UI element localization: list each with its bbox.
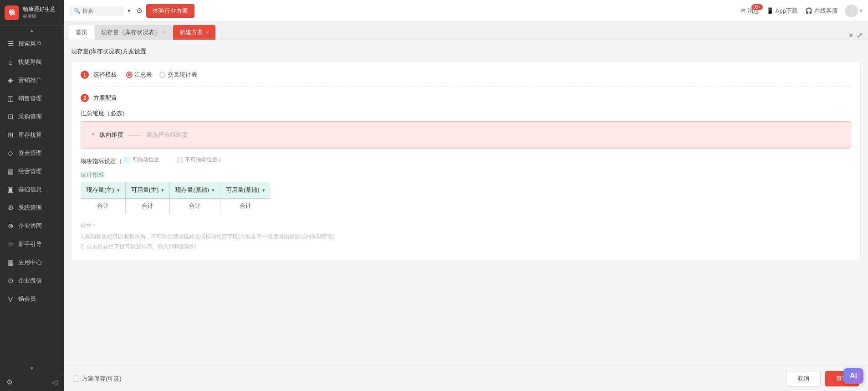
sidebar-logo: 畅 畅康通好生意 标准版 [0,0,64,26]
td-total-3: 合计 [170,198,220,214]
step1-row: 1 选择模板 汇总表 交叉统计表 [81,71,851,79]
radio-cross-dot [159,72,166,78]
dim-label: 纵向维度 [100,131,123,139]
sidebar-item-inventory[interactable]: ⊞ 库存核算 [0,126,64,144]
money-icon: ◇ [6,149,15,157]
trial-button[interactable]: 体验行业方案 [146,4,194,18]
expand-window-icon[interactable]: ⤢ [857,31,863,40]
indicator-label: 模板指标设定（ 可拖动位置 不可拖动位置） [81,156,851,165]
sidebar-footer: ⚙ ◁ [0,373,64,391]
content-area: 现存量(库存状况表)方案设置 1 选择模板 汇总表 交叉统计表 [64,40,868,365]
template-radio-group: 汇总表 交叉统计表 [126,71,197,79]
fixed-icon [177,157,183,163]
tab-close-new-plan[interactable]: × [206,30,209,35]
sidebar-item-operations[interactable]: ▤ 经营管理 [0,162,64,180]
chevron-down-icon: ▾ [212,187,214,193]
chevron-down-icon: ▾ [161,187,164,193]
th-current-aux[interactable]: 现存量(基辅) ▾ [170,182,220,198]
sidebar-scroll-up[interactable]: ▲ [0,26,64,35]
sidebar-item-base-info[interactable]: ▣ 基础信息 [0,180,64,199]
sound-icon[interactable]: ◁ [52,378,57,386]
main-area: 🔍 ▾ ⚙ 体验行业方案 ✉ 消息 99+ 📱 App下载 🎧 在线客服 [64,0,868,391]
logo-icon: 畅 [5,5,19,20]
settings-icon-topbar[interactable]: ⚙ [136,6,143,15]
checkbox-icon[interactable] [73,376,79,382]
movable-icon [124,157,130,163]
sidebar-item-finance[interactable]: ◇ 资金管理 [0,144,64,162]
sidebar-item-system[interactable]: ⚙ 系统管理 [0,199,64,217]
indicator-legend: 可拖动位置 不可拖动位置） [124,156,224,164]
step1-badge: 1 [81,71,89,79]
wechat-icon: ⊙ [6,277,15,285]
stats-table: 现存量(主) ▾ 可用量(主) ▾ [81,182,271,214]
tab-new-plan[interactable]: 新建方案 × [173,25,215,40]
sidebar-item-enterprise[interactable]: ⊗ 企业协同 [0,217,64,235]
th-current-main[interactable]: 现存量(主) ▾ [81,182,126,198]
sidebar-item-member[interactable]: V 畅会员 [0,290,64,308]
radio-summary[interactable]: 汇总表 [126,71,152,79]
online-service-button[interactable]: 🎧 在线客服 [805,7,838,15]
th-available-main[interactable]: 可用量(主) ▾ [125,182,170,198]
sidebar-item-guide[interactable]: ☆ 新手引导 [0,235,64,253]
legend-fixed: 不可拖动位置） [177,156,223,164]
avatar-image [845,5,858,17]
app-download-button[interactable]: 📱 App下载 [766,7,798,15]
sidebar-item-sales[interactable]: ◫ 销售管理 [0,89,64,108]
sidebar-item-marketing[interactable]: ◈ 营销推广 [0,71,64,89]
ai-button[interactable]: Ai [843,368,863,384]
topbar-right: ✉ 消息 99+ 📱 App下载 🎧 在线客服 ▾ [740,5,863,17]
required-star: * [92,132,94,139]
search-input[interactable] [82,8,119,14]
topbar: 🔍 ▾ ⚙ 体验行业方案 ✉ 消息 99+ 📱 App下载 🎧 在线客服 [64,0,868,22]
bottom-bar: 方案保存(可选) 取消 查询 [64,365,868,391]
topbar-dropdown[interactable]: ▾ [128,7,131,14]
legend-movable: 可拖动位置 [124,156,159,164]
user-icon: V [6,295,15,303]
save-plan-checkbox[interactable]: 方案保存(可选) [73,375,122,383]
dimension-box[interactable]: * 纵向维度 —— 请选择分组维度 [81,121,851,149]
chevron-down-icon: ▾ [262,187,265,193]
topbar-search[interactable]: 🔍 [69,6,124,16]
phone-icon: ▦ [6,258,15,267]
sidebar-item-quick-nav[interactable]: ⌂ 快捷导航 [0,53,64,71]
settings-icon[interactable]: ⚙ [6,378,13,386]
tab-close-inventory[interactable]: × [163,30,166,35]
sidebar-scroll-down[interactable]: ▼ [0,364,64,373]
step1-label: 选择模板 [93,71,117,79]
dim-dash: —— [129,132,141,139]
sidebar-nav: ☰ 搜索菜单 ⌂ 快捷导航 ◈ 营销推广 ◫ 销售管理 ⊡ 采购管理 ⊞ 库存核… [0,35,64,364]
message-icon: ✉ [740,7,745,14]
search-icon-small: 🔍 [74,8,81,14]
messages-button[interactable]: ✉ 消息 99+ [740,7,759,15]
cancel-button[interactable]: 取消 [786,371,821,386]
td-total-4: 合计 [220,198,271,214]
td-total-1: 合计 [81,198,126,214]
tab-expand-controls: × ⤢ [849,31,863,40]
gift-icon: ◈ [6,76,15,84]
tips-title: 提示： [81,221,851,231]
sidebar-item-purchase[interactable]: ⊡ 采购管理 [0,108,64,126]
search-icon: ☰ [6,40,15,48]
config-card: 1 选择模板 汇总表 交叉统计表 2 方案配置 [71,61,861,261]
sidebar-item-app-center[interactable]: ▦ 应用中心 [0,253,64,272]
close-window-icon[interactable]: × [849,31,853,40]
step2-badge: 2 [81,94,89,102]
sidebar-item-wechat[interactable]: ⊙ 企业微信 [0,272,64,290]
phone-download-icon: 📱 [766,7,774,14]
chevron-user-icon: ▾ [860,8,863,14]
tip-1: 1.拖动标题栏可以调整布局，不可跨维度或指标区域拖动栏目字段(只能在同一维度或指… [81,232,851,242]
sidebar-item-search[interactable]: ☰ 搜索菜单 [0,35,64,53]
tab-inventory-status[interactable]: 现存量（库存状况表） × [95,25,172,40]
user-avatar[interactable]: ▾ [845,5,863,17]
radio-cross[interactable]: 交叉统计表 [159,71,197,79]
step2-label: 方案配置 [93,94,117,102]
tab-home[interactable]: 首页 [69,25,94,40]
chevron-down-icon: ▾ [117,187,120,193]
sidebar: 畅 畅康通好生意 标准版 ▲ ☰ 搜索菜单 ⌂ 快捷导航 ◈ 营销推广 ◫ 销售… [0,0,64,391]
cart-icon: ⊡ [6,113,15,121]
stats-section: 统计指标 现存量(主) ▾ 可用量 [81,171,851,214]
star-icon: ☆ [6,240,15,248]
chevron-down-icon: ▾ [128,7,131,14]
page-breadcrumb: 现存量(库存状况表)方案设置 [71,47,861,56]
th-available-aux[interactable]: 可用量(基辅) ▾ [220,182,271,198]
